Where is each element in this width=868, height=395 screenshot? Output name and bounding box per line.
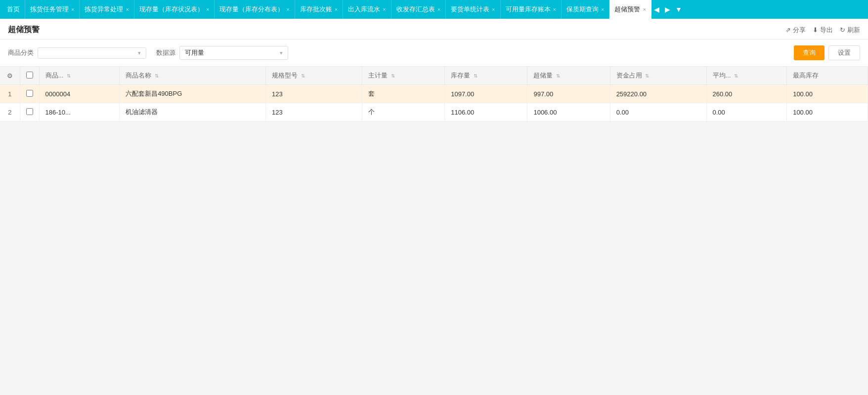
table-row: 1 0000004 六配套新昌490BPG 123 套 1097.00 997.… (0, 85, 868, 103)
datasource-value: 可用量 (185, 48, 204, 57)
row-spec: 123 (266, 103, 362, 121)
row-checkbox-cell[interactable] (20, 85, 39, 103)
row-unit: 套 (362, 85, 444, 103)
col-settings[interactable]: ⚙ (0, 67, 20, 85)
close-task-mgmt[interactable]: × (71, 6, 74, 12)
close-inventory-status[interactable]: × (206, 6, 209, 12)
row-overstock: 997.00 (527, 85, 610, 103)
row-capital: 0.00 (610, 103, 706, 121)
table-row: 2 186-10... 机油滤清器 123 个 1106.00 1006.00 … (0, 103, 868, 121)
col-capital[interactable]: 资金占用 ⇅ (610, 67, 706, 85)
row-product-code: 186-10... (39, 103, 120, 121)
category-select[interactable]: ▾ (38, 47, 146, 59)
close-expiry-query[interactable]: × (601, 6, 604, 12)
sort-product-name-icon: ⇅ (155, 73, 159, 79)
row-avg: 260.00 (706, 85, 787, 103)
close-collect-summary[interactable]: × (437, 6, 440, 12)
col-max-stock[interactable]: 最高库存 (787, 67, 868, 85)
nav-tab-home[interactable]: 首页 (2, 0, 25, 19)
nav-tab-in-out-flow[interactable]: 出入库流水 × (343, 0, 391, 19)
nav-tab-batch-account[interactable]: 库存批次账 × (295, 0, 343, 19)
settings-icon: ⚙ (7, 72, 13, 79)
row-avg: 0.00 (706, 103, 787, 121)
sort-spec-icon: ⇅ (301, 73, 305, 79)
row-overstock: 1006.00 (527, 103, 610, 121)
settings-button[interactable]: 设置 (828, 45, 860, 60)
header-actions: ⇗ 分享 ⬇ 导出 ↻ 刷新 (785, 26, 860, 35)
table-body: 1 0000004 六配套新昌490BPG 123 套 1097.00 997.… (0, 85, 868, 121)
nav-more-arrow[interactable]: ▼ (673, 0, 684, 19)
share-button[interactable]: ⇗ 分享 (785, 26, 806, 35)
col-checkbox (20, 67, 39, 85)
row-stock: 1106.00 (445, 103, 527, 121)
row-seq: 2 (0, 103, 20, 121)
row-capital: 259220.00 (610, 85, 706, 103)
page-title: 超储预警 (8, 25, 40, 35)
filter-datasource: 数据源 可用量 ▾ (156, 46, 288, 60)
row-spec: 123 (266, 85, 362, 103)
nav-next-arrow[interactable]: ▶ (662, 0, 673, 19)
page-header: 超储预警 ⇗ 分享 ⬇ 导出 ↻ 刷新 (0, 19, 868, 40)
close-abnormal[interactable]: × (126, 6, 129, 12)
table-container: ⚙ 商品... ⇅ 商品名称 ⇅ 规格型号 ⇅ 主计量 (0, 67, 868, 121)
row-max-stock: 100.00 (787, 103, 868, 121)
data-table: ⚙ 商品... ⇅ 商品名称 ⇅ 规格型号 ⇅ 主计量 (0, 67, 868, 121)
table-header-row: ⚙ 商品... ⇅ 商品名称 ⇅ 规格型号 ⇅ 主计量 (0, 67, 868, 85)
close-order-stats[interactable]: × (492, 6, 495, 12)
col-overstock[interactable]: 超储量 ⇅ (527, 67, 610, 85)
datasource-chevron-icon: ▾ (280, 50, 283, 56)
sort-stock-icon: ⇅ (474, 73, 477, 79)
close-available-account[interactable]: × (553, 6, 556, 12)
datasource-label: 数据源 (156, 48, 175, 57)
nav-tab-inventory-dist[interactable]: 现存量（库存分布表） × (215, 0, 295, 19)
close-in-out-flow[interactable]: × (383, 6, 386, 12)
query-button[interactable]: 查询 (794, 45, 825, 60)
col-spec[interactable]: 规格型号 ⇅ (266, 67, 362, 85)
col-unit[interactable]: 主计量 ⇅ (362, 67, 444, 85)
datasource-select[interactable]: 可用量 ▾ (179, 46, 288, 60)
nav-tab-overstock[interactable]: 超储预警 × (609, 0, 651, 19)
nav-tab-order-stats[interactable]: 要货单统计表 × (446, 0, 500, 19)
top-nav: 首页 拣货任务管理 × 拣货异常处理 × 现存量（库存状况表） × 现存量（库存… (0, 0, 868, 19)
sort-unit-icon: ⇅ (391, 73, 395, 79)
category-chevron-icon: ▾ (138, 50, 141, 56)
sort-capital-icon: ⇅ (645, 73, 649, 79)
row-seq: 1 (0, 85, 20, 103)
row-max-stock: 100.00 (787, 85, 868, 103)
nav-prev-arrow[interactable]: ◀ (651, 0, 662, 19)
sort-product-code-icon: ⇅ (67, 73, 71, 79)
row-stock: 1097.00 (445, 85, 527, 103)
row-product-name: 机油滤清器 (120, 103, 266, 121)
row-product-code: 0000004 (39, 85, 120, 103)
nav-tab-abnormal[interactable]: 拣货异常处理 × (80, 0, 134, 19)
sort-avg-icon: ⇅ (734, 73, 738, 79)
filter-buttons: 查询 设置 (794, 45, 860, 60)
col-stock[interactable]: 库存量 ⇅ (445, 67, 527, 85)
nav-tab-task-mgmt[interactable]: 拣货任务管理 × (25, 0, 80, 19)
row-unit: 个 (362, 103, 444, 121)
col-product-name[interactable]: 商品名称 ⇅ (120, 67, 266, 85)
row-checkbox[interactable] (26, 108, 33, 115)
close-inventory-dist[interactable]: × (286, 6, 289, 12)
col-avg[interactable]: 平均... ⇅ (706, 67, 787, 85)
refresh-icon: ↻ (840, 26, 845, 34)
export-icon: ⬇ (813, 26, 818, 34)
col-product-code[interactable]: 商品... ⇅ (39, 67, 120, 85)
nav-tab-inventory-status[interactable]: 现存量（库存状况表） × (134, 0, 215, 19)
filter-category: 商品分类 ▾ (8, 47, 146, 59)
row-product-name: 六配套新昌490BPG (120, 85, 266, 103)
row-checkbox-cell[interactable] (20, 103, 39, 121)
close-batch-account[interactable]: × (335, 6, 338, 12)
nav-tab-collect-summary[interactable]: 收发存汇总表 × (391, 0, 446, 19)
row-checkbox[interactable] (26, 90, 33, 97)
close-overstock[interactable]: × (643, 6, 646, 12)
filter-area: 商品分类 ▾ 数据源 可用量 ▾ 查询 设置 (0, 40, 868, 67)
export-button[interactable]: ⬇ 导出 (813, 26, 833, 35)
sort-overstock-icon: ⇅ (556, 73, 560, 79)
refresh-button[interactable]: ↻ 刷新 (840, 26, 860, 35)
nav-tab-expiry-query[interactable]: 保质期查询 × (562, 0, 609, 19)
share-icon: ⇗ (785, 26, 791, 34)
select-all-checkbox[interactable] (26, 72, 33, 79)
nav-tab-available-account[interactable]: 可用量库存账本 × (501, 0, 562, 19)
category-label: 商品分类 (8, 48, 34, 57)
